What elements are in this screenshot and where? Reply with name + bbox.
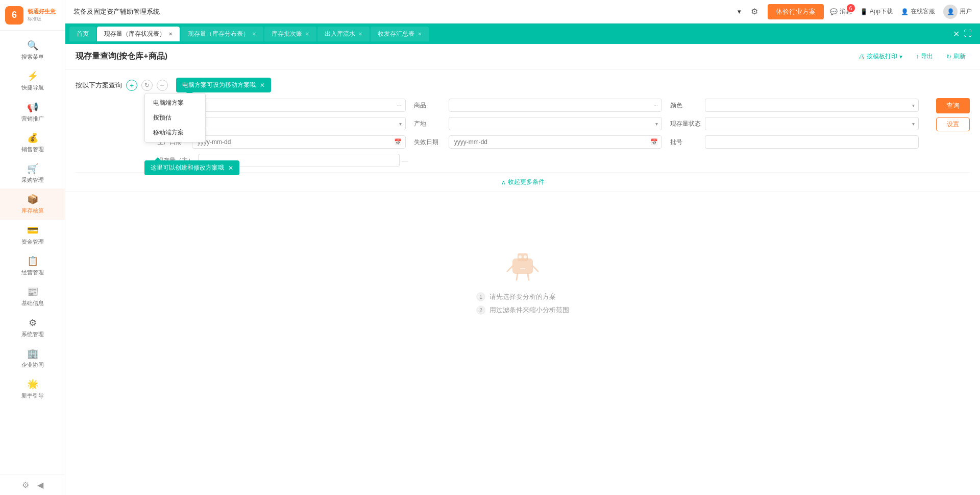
field-input-product[interactable] [449, 99, 663, 112]
tooltip1-close[interactable]: ✕ [260, 82, 265, 89]
field-select-origin[interactable] [449, 117, 663, 130]
print-btn[interactable]: 🖨 按模板打印 ▾ [854, 50, 906, 63]
print-label: 按模板打印 [867, 52, 897, 61]
tab-bar: 首页 现存量（库存状况表） ✕ 现存量（库存分布表） ✕ 库存批次账 ✕ 出入库… [65, 23, 980, 44]
filter-field-exp-date: 失效日期 📅 [414, 135, 663, 149]
filter-field-color: 颜色 ▾ [670, 99, 919, 112]
tab-batch-ledger[interactable]: 库存批次账 ✕ [264, 27, 316, 41]
page-content: 现存量查询(按仓库+商品) 🖨 按模板打印 ▾ ↑ 导出 ↻ [65, 44, 980, 495]
settings-icon[interactable]: ⚙ [22, 480, 29, 490]
sidebar-item-system[interactable]: ⚙ 系统管理 [0, 312, 65, 343]
field-date-wrap-prod: 📅 [192, 135, 406, 149]
sidebar-bottom: ⚙ ◀ [0, 475, 65, 495]
sidebar-item-sales[interactable]: 💰 销售管理 [0, 127, 65, 158]
tab-bar-actions: ✕ ⛶ [949, 29, 976, 39]
sidebar-item-finance[interactable]: 💳 资金管理 [0, 220, 65, 250]
sidebar-item-label: 新手引导 [21, 392, 44, 399]
refresh-label: 刷新 [953, 52, 966, 61]
sidebar-item-guide[interactable]: 🌟 新手引导 [0, 373, 65, 404]
refresh-btn[interactable]: ↻ 刷新 [942, 50, 970, 63]
field-select-stock-status[interactable] [705, 117, 919, 130]
export-btn[interactable]: ↑ 导出 [912, 50, 937, 63]
marketing-icon: 📢 [27, 102, 38, 113]
field-date-exp[interactable] [449, 135, 663, 149]
tab-close-icon[interactable]: ✕ [418, 31, 422, 37]
system-title-dropdown[interactable]: ▾ [738, 8, 741, 15]
sidebar-item-purchase[interactable]: 🛒 采购管理 [0, 158, 65, 188]
field-input-wrap-batch-no [705, 135, 919, 149]
system-title: 装备及固定资产辅助管理系统 [74, 7, 731, 16]
sidebar-item-marketing[interactable]: 📢 营销推广 [0, 97, 65, 127]
filter-refresh-btn[interactable]: ↻ [141, 80, 153, 91]
tab-label: 出入库流水 [325, 30, 355, 38]
sales-icon: 💰 [27, 132, 38, 144]
set-btn[interactable]: 设置 [936, 117, 970, 131]
tip-num-1: 1 [476, 292, 485, 301]
field-select-color[interactable] [705, 99, 919, 112]
scheme-item-estimate[interactable]: 按预估 [145, 110, 205, 125]
tab-expand-icon[interactable]: ⛶ [964, 29, 972, 38]
field-select-size[interactable] [192, 117, 406, 130]
filter-add-btn[interactable]: + [126, 80, 137, 91]
scheme-item-label: 按预估 [153, 113, 172, 122]
field-date-prod[interactable] [192, 135, 406, 149]
top-right-actions: 💬 消息 6 📱 App下载 👤 在线客服 👤 用户 [830, 5, 972, 19]
field-label-color: 颜色 [670, 101, 701, 110]
tab-in-out-flow[interactable]: 出入库流水 ✕ [317, 27, 370, 41]
tab-close-icon[interactable]: ✕ [358, 31, 362, 37]
tip-text-1: 请先选择要分析的方案 [489, 292, 556, 301]
field-select-wrap-origin: ▾ [449, 117, 663, 130]
tab-inventory-status[interactable]: 现存量（库存状况表） ✕ [97, 27, 180, 41]
app-download-label: App下载 [870, 7, 893, 16]
online-service-btn[interactable]: 👤 在线客服 [901, 7, 935, 16]
settings-button[interactable]: ⚙ [747, 5, 762, 19]
page-inner: 现存量查询(按仓库+商品) 🖨 按模板打印 ▾ ↑ 导出 ↻ [65, 44, 980, 495]
tab-receive-summary[interactable]: 收发存汇总表 ✕ [371, 27, 429, 41]
query-btn[interactable]: 查询 [936, 98, 970, 113]
svg-line-8 [528, 274, 529, 280]
tooltip2-text: 这里可以创建和修改方案哦 [151, 163, 224, 172]
tab-close-icon[interactable]: ✕ [252, 31, 256, 37]
field-input-batch-no[interactable] [705, 135, 919, 149]
tab-inventory-dist[interactable]: 现存量（库存分布表） ✕ [181, 27, 263, 41]
export-icon: ↑ [916, 53, 919, 60]
tab-home[interactable]: 首页 [69, 27, 96, 41]
tab-close-icon[interactable]: ✕ [168, 31, 173, 37]
collapse-sidebar-icon[interactable]: ◀ [37, 480, 43, 490]
quantity-separator: — [402, 157, 408, 164]
filter-arrow-btn[interactable]: ← [157, 80, 168, 91]
experience-btn[interactable]: 体验行业方案 [768, 4, 824, 19]
tab-label: 现存量（库存状况表） [104, 30, 165, 38]
sidebar-item-enterprise[interactable]: 🏢 企业协同 [0, 343, 65, 373]
print-icon: 🖨 [859, 53, 865, 60]
sidebar-item-quick-nav[interactable]: ⚡ 快捷导航 [0, 65, 65, 96]
sidebar-item-label: 基础信息 [21, 299, 44, 307]
tooltip1-text: 电脑方案可设为移动方案哦 [182, 81, 256, 89]
field-input-warehouse[interactable] [192, 99, 406, 112]
field-select-wrap-stock-status: ▾ [705, 117, 919, 130]
tooltip2-close[interactable]: ✕ [228, 164, 233, 172]
filter-field-product: 商品 ··· [414, 99, 663, 112]
field-label-origin: 产地 [414, 120, 445, 128]
top-bar: 装备及固定资产辅助管理系统 ▾ ⚙ 体验行业方案 💬 消息 6 📱 App下载 … [65, 0, 980, 23]
svg-point-2 [519, 255, 522, 258]
filter-field-origin: 产地 ▾ [414, 117, 663, 130]
tab-close-all-icon[interactable]: ✕ [953, 29, 960, 39]
scheme-item-mobile[interactable]: 移动端方案 [145, 125, 205, 140]
page-title: 现存量查询(按仓库+商品) [76, 51, 167, 62]
notification-btn[interactable]: 💬 消息 6 [830, 7, 852, 16]
sidebar-item-basic[interactable]: 📰 基础信息 [0, 281, 65, 312]
tooltip2-arrow [155, 157, 161, 160]
tab-label: 库存批次账 [272, 30, 302, 38]
sidebar-item-business[interactable]: 📋 经营管理 [0, 250, 65, 281]
empty-tip-2: 2 用过滤条件来缩小分析范围 [476, 305, 569, 315]
sidebar-item-inventory[interactable]: 📦 库存核算 [0, 188, 65, 219]
sidebar-item-search[interactable]: 🔍 搜索菜单 [0, 35, 65, 65]
enterprise-icon: 🏢 [27, 348, 38, 359]
app-download-btn[interactable]: 📱 App下载 [860, 7, 893, 16]
field-input-wrap-product: ··· [449, 99, 663, 112]
scheme-item-pc[interactable]: 电脑端方案 [145, 96, 205, 110]
app-logo: 6 畅通好生意 标准版 [0, 0, 65, 31]
tab-close-icon[interactable]: ✕ [305, 31, 309, 37]
user-btn[interactable]: 👤 用户 [943, 5, 972, 19]
